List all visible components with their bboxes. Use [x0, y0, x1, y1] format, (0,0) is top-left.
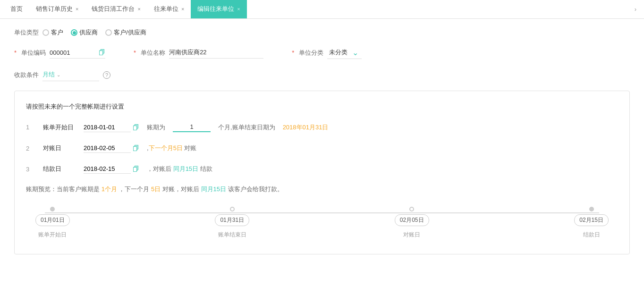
timeline-nodes: 01月01日 账单开始日 01月31日 账单结束日 02月05日 对账日 02月… [35, 207, 609, 239]
radio-supplier-circle [71, 29, 77, 36]
tab-sales-order-label: 销售订单历史 [36, 5, 73, 13]
preview-text: 账期预览：当前客户账期是 1个月 ，下一个月 5日 对账，对账后 同月15日 该… [26, 185, 618, 194]
preview-highlight1: 1个月 [102, 186, 117, 193]
timeline-dot-1 [230, 207, 235, 211]
unit-code-input[interactable] [50, 47, 97, 58]
tab-counterpart[interactable]: 往来单位 × [147, 0, 191, 18]
unit-category-label: 单位分类 [299, 49, 323, 57]
unit-category-select[interactable]: 未分类 ⌄ [327, 46, 358, 59]
timeline-dot-3 [589, 207, 594, 211]
row-1-period-end: 2018年01月31日 [283, 123, 329, 132]
timeline-node-0: 01月01日 账单开始日 [35, 207, 70, 239]
tab-sales-order[interactable]: 销售订单历史 × [29, 0, 85, 18]
payment-select[interactable]: 月结 ⌄ [42, 68, 99, 81]
unit-category-arrow: ⌄ [352, 48, 358, 57]
row-1-date-wrap: 🗍 [84, 123, 139, 132]
radio-both-circle [105, 29, 112, 36]
row-2-desc: ,下一个月5日 对账 [147, 144, 196, 152]
unit-name-star: * [134, 49, 136, 56]
unit-name-field: * 单位名称 [134, 47, 263, 59]
unit-code-star: * [14, 49, 17, 56]
timeline-badge-1: 01月31日 [215, 214, 249, 226]
radio-customer-circle [42, 29, 49, 36]
timeline-badge-2: 02月05日 [395, 214, 429, 226]
timeline-badge-0: 01月01日 [35, 214, 70, 226]
tab-edit-counterpart[interactable]: 编辑往来单位 × [191, 0, 246, 18]
preview-highlight3: 同月15日 [201, 186, 226, 193]
preview-label-end: 该客户会给我打款。 [228, 186, 283, 193]
tab-cash-flow-close[interactable]: × [137, 6, 140, 12]
row-2-date-input[interactable] [84, 144, 131, 153]
radio-both[interactable]: 客户/供应商 [105, 28, 146, 37]
timeline-label-2: 对账日 [403, 231, 420, 239]
unit-name-input[interactable] [169, 47, 263, 59]
payment-label: 收款条件 [14, 71, 39, 79]
setting-row-2: 2 对账日 🗍 ,下一个月5日 对账 [26, 144, 618, 153]
unit-type-field: 单位类型 客户 供应商 客户/供应商 [14, 28, 146, 37]
row-1-date-input[interactable] [84, 123, 131, 132]
row-3-calendar-icon[interactable]: 🗍 [133, 165, 139, 173]
unit-code-input-wrap: 🗍 [50, 47, 105, 59]
unit-code-label: 单位编码 [21, 49, 46, 57]
radio-customer-label: 客户 [51, 28, 63, 37]
unit-category-field: * 单位分类 未分类 ⌄ [292, 46, 358, 59]
unit-type-label: 单位类型 [14, 28, 39, 37]
row-3-date-wrap: 🗍 [84, 164, 139, 174]
timeline-dot-2 [409, 207, 414, 211]
timeline-label-1: 账单结束日 [218, 231, 246, 239]
unit-type-row: 单位类型 客户 供应商 客户/供应商 [14, 28, 630, 37]
tab-edit-counterpart-close[interactable]: × [237, 6, 240, 12]
radio-customer[interactable]: 客户 [42, 28, 63, 37]
row-2-calendar-icon[interactable]: 🗍 [133, 144, 139, 152]
row-1-calendar-icon[interactable]: 🗍 [133, 124, 139, 131]
row-2-label: 对账日 [43, 144, 76, 152]
unit-type-radio-group: 客户 供应商 客户/供应商 [42, 28, 146, 37]
row-1-period-input[interactable] [173, 122, 211, 132]
main-content: 单位类型 客户 供应商 客户/供应商 * 单位编码 [0, 19, 644, 287]
unit-code-icon[interactable]: 🗍 [99, 49, 105, 56]
preview-label-pre: 账期预览：当前客户账期是 [26, 186, 100, 193]
payment-arrow: ⌄ [57, 72, 60, 77]
timeline-label-0: 账单开始日 [38, 231, 67, 239]
setting-box: 请按照未来的一个完整帐期进行设置 1 账单开始日 🗍 账期为 个月,账单结束日期… [14, 91, 630, 254]
setting-title: 请按照未来的一个完整帐期进行设置 [26, 102, 618, 111]
setting-row-3: 3 结款日 🗍 ，对账后 同月15日 结款 [26, 164, 618, 174]
radio-supplier-label: 供应商 [79, 28, 98, 37]
tab-edit-counterpart-label: 编辑往来单位 [197, 5, 234, 13]
preview-label-mid2: 对账，对账后 [162, 186, 199, 193]
tab-counterpart-label: 往来单位 [154, 5, 178, 13]
radio-both-label: 客户/供应商 [114, 28, 146, 37]
payment-help-icon[interactable]: ? [103, 71, 110, 79]
tab-home[interactable]: 首页 [4, 0, 29, 18]
row-1-number: 1 [26, 124, 35, 131]
row-2-number: 2 [26, 145, 35, 152]
tab-more-button[interactable]: › [631, 0, 640, 18]
row-1-period-post: 个月,账单结束日期为 [218, 123, 275, 132]
timeline-node-2: 02月05日 对账日 [395, 207, 429, 239]
payment-value: 月结 [42, 70, 55, 79]
timeline-dot-0 [50, 207, 55, 211]
preview-label-mid1: ，下一个月 [119, 186, 149, 193]
radio-supplier[interactable]: 供应商 [71, 28, 98, 37]
row-2-highlight: 下一个月5日 [149, 144, 183, 152]
row-3-highlight: 同月15日 [173, 165, 198, 172]
unit-info-row: * 单位编码 🗍 * 单位名称 * 单位分类 未分类 ⌄ [14, 46, 630, 59]
tab-cash-flow[interactable]: 钱货日清工作台 × [85, 0, 147, 18]
row-3-date-input[interactable] [84, 164, 131, 174]
timeline-label-3: 结款日 [583, 231, 600, 239]
unit-category-star: * [292, 49, 294, 56]
tab-home-label: 首页 [10, 5, 23, 13]
tab-counterpart-close[interactable]: × [181, 6, 184, 12]
setting-row-1: 1 账单开始日 🗍 账期为 个月,账单结束日期为 2018年01月31日 [26, 122, 618, 132]
timeline-node-1: 01月31日 账单结束日 [215, 207, 249, 239]
row-2-date-wrap: 🗍 [84, 144, 139, 153]
row-3-number: 3 [26, 166, 35, 173]
tab-sales-order-close[interactable]: × [76, 6, 78, 12]
row-3-label: 结款日 [43, 165, 76, 173]
preview-highlight2: 5日 [151, 186, 161, 193]
tab-cash-flow-label: 钱货日清工作台 [92, 5, 135, 13]
row-3-desc: ，对账后 同月15日 结款 [147, 165, 212, 173]
timeline-node-3: 02月15日 结款日 [574, 207, 609, 239]
timeline: 01月01日 账单开始日 01月31日 账单结束日 02月05日 对账日 02月… [26, 207, 618, 239]
unit-name-label: 单位名称 [141, 49, 165, 57]
